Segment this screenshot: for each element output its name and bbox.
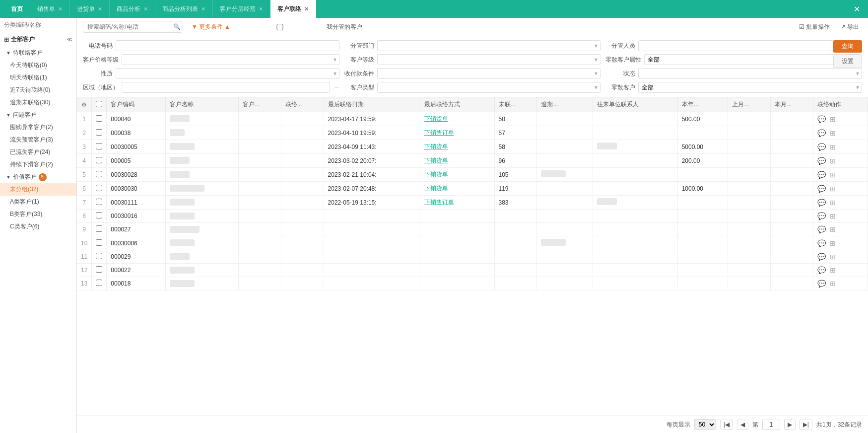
export-btn[interactable]: ↗ 导出 (838, 21, 862, 33)
grid-action-icon[interactable]: ⊞ (830, 199, 836, 207)
row-checkbox[interactable] (96, 225, 102, 232)
tab-purchase[interactable]: 进货单 ✕ (70, 0, 110, 18)
sidebar-item-7days[interactable]: 近7天待联络(0) (0, 84, 76, 96)
chat-icon[interactable]: 💬 (817, 266, 826, 274)
chat-icon[interactable]: 💬 (817, 280, 826, 288)
tab-home[interactable]: 首页 (4, 0, 30, 18)
grid-action-icon[interactable]: ⊞ (830, 171, 836, 179)
row-checkbox-cell[interactable] (92, 277, 107, 290)
nature-select[interactable] (116, 68, 339, 79)
grid-action-icon[interactable]: ⊞ (830, 115, 836, 123)
dept-select[interactable] (377, 40, 601, 51)
grid-action-icon[interactable]: ⊞ (830, 129, 836, 137)
chat-icon[interactable]: 💬 (817, 253, 826, 261)
row-checkbox-cell[interactable] (92, 168, 107, 182)
tab-goods-analysis-close[interactable]: ✕ (143, 6, 148, 12)
chat-icon[interactable]: 💬 (817, 199, 826, 207)
sidebar-item-overdue[interactable]: 逾期未联络(30) (0, 96, 76, 109)
sidebar-item-declining[interactable]: 持续下滑客户(2) (0, 158, 76, 171)
contact-type-link[interactable]: 下销货单 (424, 143, 448, 150)
tab-customer-contact-close[interactable]: ✕ (304, 6, 309, 12)
row-checkbox-cell[interactable] (92, 210, 107, 223)
zero-customer-select[interactable]: 全部 (638, 82, 862, 93)
sidebar-item-class-c[interactable]: C类客户(6) (0, 220, 76, 233)
row-checkbox[interactable] (96, 171, 102, 177)
prev-page-btn[interactable]: ◀ (737, 420, 748, 430)
tab-customer-contact[interactable]: 客户联络 ✕ (270, 0, 316, 18)
last-page-btn[interactable]: ▶| (800, 420, 812, 430)
row-checkbox-cell[interactable] (92, 126, 107, 140)
tab-purchase-close[interactable]: ✕ (98, 6, 102, 12)
sidebar-item-churn-warning[interactable]: 流失预警客户(3) (0, 134, 76, 146)
area-input[interactable] (122, 82, 330, 93)
next-page-btn[interactable]: ▶ (784, 420, 796, 430)
sidebar-item-ungroup[interactable]: 未分组(32) (0, 183, 76, 196)
row-checkbox-cell[interactable] (92, 236, 107, 250)
row-checkbox[interactable] (96, 129, 102, 136)
row-checkbox-cell[interactable] (92, 250, 107, 264)
row-checkbox[interactable] (96, 199, 102, 205)
my-customers-checkbox-area[interactable]: 我分管的客户 (235, 23, 362, 31)
chat-icon[interactable]: 💬 (817, 171, 826, 179)
grid-action-icon[interactable]: ⊞ (830, 212, 836, 220)
row-checkbox[interactable] (96, 280, 102, 286)
sidebar-group-problem[interactable]: ▼ 问题客户 (0, 109, 76, 121)
sidebar-item-tomorrow[interactable]: 明天待联络(1) (0, 72, 76, 84)
contact-type-link[interactable]: 下销售订单 (424, 199, 454, 206)
manager-input[interactable] (638, 40, 852, 51)
sidebar-item-today[interactable]: 今天待联络(0) (0, 59, 76, 72)
grid-action-icon[interactable]: ⊞ (830, 225, 836, 233)
grid-action-icon[interactable]: ⊞ (830, 253, 836, 261)
contact-type-link[interactable]: 下销售订单 (424, 129, 454, 136)
customer-level-select[interactable] (377, 54, 601, 65)
payment-select[interactable] (377, 68, 601, 79)
tab-sales[interactable]: 销售单 ✕ (30, 0, 70, 18)
row-checkbox[interactable] (96, 212, 102, 218)
filter-more-btn[interactable]: ▼ 更多条件 ▲ (192, 23, 230, 31)
global-close-btn[interactable]: ✕ (850, 4, 864, 14)
row-checkbox-cell[interactable] (92, 154, 107, 168)
row-checkbox[interactable] (96, 253, 102, 259)
sidebar-all-customers[interactable]: ⊞ 全部客户 ≪ (0, 32, 76, 47)
chat-icon[interactable]: 💬 (817, 212, 826, 220)
tab-customer-segment[interactable]: 客户分层经营 ✕ (213, 0, 270, 18)
sidebar-group-value[interactable]: ▼ 价值客户 ↻ (0, 171, 76, 183)
page-size-select[interactable]: 50 (694, 419, 716, 430)
customer-type-select[interactable] (377, 82, 601, 93)
phone-input[interactable] (116, 40, 339, 51)
grid-action-icon[interactable]: ⊞ (830, 239, 836, 247)
tab-customer-segment-close[interactable]: ✕ (259, 6, 263, 12)
sidebar-item-class-b[interactable]: B类客户(33) (0, 208, 76, 220)
tab-goods-analysis[interactable]: 商品分析 ✕ (110, 0, 155, 18)
grid-action-icon[interactable]: ⊞ (830, 280, 836, 288)
chat-icon[interactable]: 💬 (817, 115, 826, 123)
row-checkbox[interactable] (96, 157, 102, 163)
grid-action-icon[interactable]: ⊞ (830, 266, 836, 274)
chat-icon[interactable]: 💬 (817, 225, 826, 233)
row-checkbox[interactable] (96, 115, 102, 122)
row-checkbox-cell[interactable] (92, 182, 107, 196)
query-btn[interactable]: 查询 (833, 40, 862, 53)
chat-icon[interactable]: 💬 (817, 239, 826, 247)
sidebar-item-churned[interactable]: 已流失客户(24) (0, 146, 76, 158)
search-input[interactable] (83, 21, 182, 33)
status-select[interactable] (638, 68, 862, 79)
tab-sales-close[interactable]: ✕ (58, 6, 63, 12)
contact-type-link[interactable]: 下销货单 (424, 115, 448, 122)
sidebar-group-pending[interactable]: ▼ 待联络客户 (0, 47, 76, 59)
grid-action-icon[interactable]: ⊞ (830, 157, 836, 165)
row-checkbox[interactable] (96, 239, 102, 246)
checkbox-col-header[interactable] (92, 97, 107, 112)
page-number-input[interactable] (762, 420, 780, 430)
row-checkbox[interactable] (96, 143, 102, 149)
sidebar-search-input[interactable] (4, 21, 77, 28)
row-checkbox-cell[interactable] (92, 140, 107, 154)
collapse-icon[interactable]: ≪ (67, 36, 72, 43)
refresh-icon[interactable]: ↻ (39, 173, 47, 181)
contact-type-link[interactable]: 下销货单 (424, 185, 448, 192)
reset-btn[interactable]: 设置 (833, 55, 862, 68)
contact-type-link[interactable]: 下销货单 (424, 171, 448, 178)
tab-goods-analysis-list-close[interactable]: ✕ (201, 6, 205, 12)
settings-col-header[interactable]: ⚙ (77, 97, 92, 112)
row-checkbox[interactable] (96, 266, 102, 273)
